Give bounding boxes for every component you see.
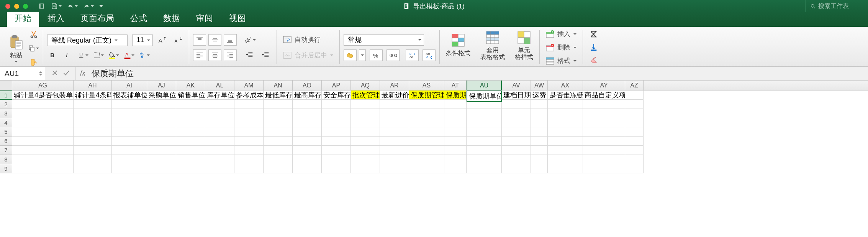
cell-AZ5[interactable] (625, 127, 644, 137)
wrap-text-button[interactable]: 自动换行 (281, 35, 336, 45)
cell-AV5[interactable] (502, 127, 531, 137)
cell-AS3[interactable] (409, 109, 444, 118)
conditional-formatting-button[interactable]: 条件格式 (444, 32, 473, 58)
column-header-AO[interactable]: AO (293, 81, 322, 90)
currency-dropdown[interactable] (359, 49, 366, 61)
cell-AR9[interactable] (380, 164, 409, 173)
cell-AN9[interactable] (264, 164, 293, 173)
cell-AK6[interactable] (176, 137, 205, 146)
cell-AR4[interactable] (380, 118, 409, 127)
percent-button[interactable]: % (370, 49, 383, 61)
cell-AX4[interactable] (548, 118, 583, 127)
cell-AT2[interactable] (444, 100, 467, 109)
cell-AP9[interactable] (322, 164, 351, 173)
column-header-AX[interactable]: AX (548, 81, 583, 90)
column-header-AS[interactable]: AS (409, 81, 444, 90)
cell-AO5[interactable] (293, 127, 322, 137)
cell-AS5[interactable] (409, 127, 444, 137)
row-header-1[interactable]: 1 (0, 91, 12, 100)
cell-AK3[interactable] (176, 109, 205, 118)
cell-AT7[interactable] (444, 146, 467, 155)
formula-content[interactable]: 保质期单位 (90, 68, 134, 79)
decrease-decimal-button[interactable]: .00.0 (423, 49, 436, 61)
cell-AS1[interactable]: 保质期管理 (409, 91, 444, 100)
cell-AN7[interactable] (264, 146, 293, 155)
column-header-AG[interactable]: AG (12, 81, 74, 90)
phonetic-button[interactable]: abcA (139, 50, 150, 61)
cell-AL2[interactable] (205, 100, 234, 109)
cell-AQ6[interactable] (351, 137, 380, 146)
cell-AZ4[interactable] (625, 118, 644, 127)
cell-AR6[interactable] (380, 137, 409, 146)
orientation-button[interactable]: ab (243, 34, 257, 46)
cell-AJ4[interactable] (147, 118, 176, 127)
cell-AP4[interactable] (322, 118, 351, 127)
decrease-font-button[interactable]: A (171, 35, 185, 46)
cell-AJ7[interactable] (147, 146, 176, 155)
column-header-AY[interactable]: AY (583, 81, 625, 90)
fill-color-button[interactable] (108, 50, 119, 61)
cell-AY1[interactable]: 商品自定义项 (583, 91, 625, 100)
cell-AW5[interactable] (531, 127, 548, 137)
comma-button[interactable]: 000 (387, 49, 400, 61)
delete-cells-button[interactable]: 删除 (544, 42, 579, 53)
cell-AX8[interactable] (548, 155, 583, 164)
cell-AV1[interactable]: 建档日期 (502, 91, 531, 100)
cell-AP8[interactable] (322, 155, 351, 164)
increase-indent-button[interactable] (259, 49, 273, 61)
cell-AY9[interactable] (583, 164, 625, 173)
copy-button[interactable] (28, 43, 39, 54)
cell-AX5[interactable] (548, 127, 583, 137)
cell-AG5[interactable] (12, 127, 74, 137)
increase-font-button[interactable]: A (155, 35, 169, 46)
cell-AQ5[interactable] (351, 127, 380, 137)
cell-AV4[interactable] (502, 118, 531, 127)
cell-AH6[interactable] (74, 137, 112, 146)
cell-AJ6[interactable] (147, 137, 176, 146)
cell-AG9[interactable] (12, 164, 74, 173)
close-window-button[interactable] (5, 4, 10, 9)
cell-AK5[interactable] (176, 127, 205, 137)
cell-AO4[interactable] (293, 118, 322, 127)
cell-AV8[interactable] (502, 155, 531, 164)
cell-AH8[interactable] (74, 155, 112, 164)
cell-AM4[interactable] (234, 118, 264, 127)
cell-AY4[interactable] (583, 118, 625, 127)
cell-AQ7[interactable] (351, 146, 380, 155)
cell-AU3[interactable] (467, 109, 502, 118)
cell-AV2[interactable] (502, 100, 531, 109)
merge-center-button[interactable]: 合并后居中 (281, 50, 336, 61)
column-header-AT[interactable]: AT (444, 81, 467, 90)
cell-AH9[interactable] (74, 164, 112, 173)
clear-button[interactable] (587, 56, 601, 66)
cell-AL3[interactable] (205, 109, 234, 118)
cell-AG1[interactable]: 辅计量4是否包装单位 (12, 91, 74, 100)
cell-AP2[interactable] (322, 100, 351, 109)
cell-AY2[interactable] (583, 100, 625, 109)
column-header-AN[interactable]: AN (264, 81, 293, 90)
cell-AS8[interactable] (409, 155, 444, 164)
cell-AQ9[interactable] (351, 164, 380, 173)
column-header-AQ[interactable]: AQ (351, 81, 380, 90)
cell-AZ3[interactable] (625, 109, 644, 118)
cell-AZ9[interactable] (625, 164, 644, 173)
cell-AS9[interactable] (409, 164, 444, 173)
cell-AK7[interactable] (176, 146, 205, 155)
cell-AG8[interactable] (12, 155, 74, 164)
format-cells-button[interactable]: 格式 (544, 56, 579, 66)
cell-AM2[interactable] (234, 100, 264, 109)
cell-AT8[interactable] (444, 155, 467, 164)
decrease-indent-button[interactable] (243, 49, 257, 61)
column-header-AU[interactable]: AU (467, 81, 502, 90)
minimize-window-button[interactable] (14, 4, 19, 9)
cell-AH1[interactable]: 辅计量4条码 (74, 91, 112, 100)
column-header-AR[interactable]: AR (380, 81, 409, 90)
cell-AN2[interactable] (264, 100, 293, 109)
cell-AI2[interactable] (112, 100, 147, 109)
align-top-button[interactable] (193, 34, 206, 46)
column-header-AP[interactable]: AP (322, 81, 351, 90)
cell-AZ8[interactable] (625, 155, 644, 164)
cell-AN5[interactable] (264, 127, 293, 137)
cell-AV9[interactable] (502, 164, 531, 173)
cell-AO1[interactable]: 最高库存 (293, 91, 322, 100)
